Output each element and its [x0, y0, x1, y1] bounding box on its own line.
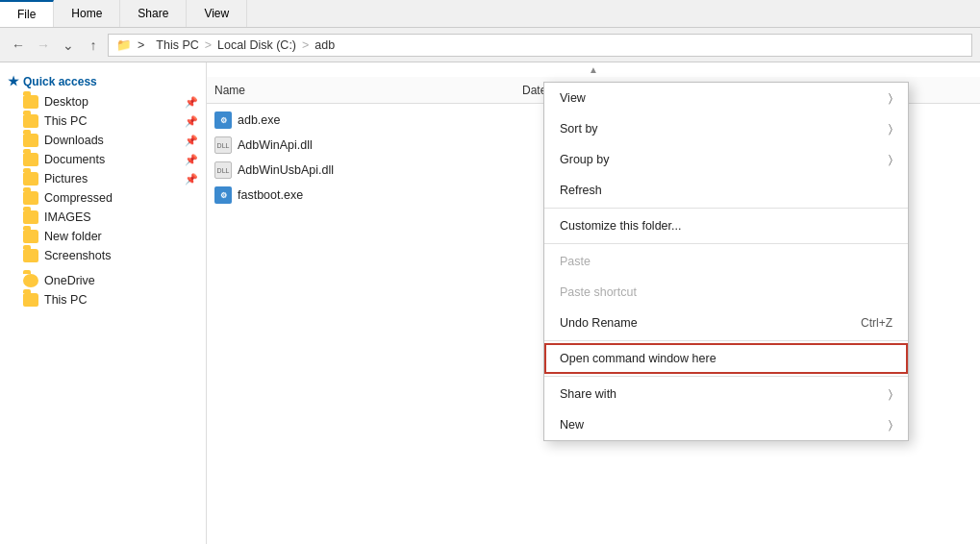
up-button[interactable]: ↑ [83, 35, 104, 56]
pin-icon: 📌 [185, 154, 198, 166]
tab-view[interactable]: View [187, 0, 247, 27]
scroll-up: ▲ [207, 62, 980, 77]
exe-icon: ⚙ [214, 186, 232, 204]
submenu-arrow-icon: 〉 [889, 153, 892, 166]
pin-icon: 📌 [185, 135, 198, 147]
ctx-new[interactable]: New 〉 [544, 409, 908, 440]
address-path[interactable]: 📁 > This PC > Local Disk (C:) > adb [108, 34, 972, 57]
thispc2-icon [23, 293, 38, 307]
sidebar-item-downloads[interactable]: Downloads 📌 [0, 131, 206, 150]
ctx-opencommand[interactable]: Open command window here [544, 343, 908, 374]
context-menu: View 〉 Sort by 〉 Group by 〉 Refresh Cust… [543, 82, 909, 441]
sidebar-item-thispc2[interactable]: This PC [0, 290, 206, 309]
ctx-sharewith[interactable]: Share with 〉 [544, 379, 908, 409]
sidebar-item-desktop[interactable]: Desktop 📌 [0, 92, 206, 111]
forward-button[interactable]: → [33, 35, 54, 56]
main-layout: ★ Quick access Desktop 📌 This PC 📌 Downl… [0, 62, 980, 544]
newfolder-icon [23, 230, 38, 243]
ctx-sortby[interactable]: Sort by 〉 [544, 113, 908, 144]
ctx-separator-4 [544, 376, 908, 377]
sidebar-item-screenshots[interactable]: Screenshots [0, 246, 206, 265]
pin-icon: 📌 [185, 115, 198, 128]
sidebar-item-pictures[interactable]: Pictures 📌 [0, 169, 206, 188]
onedrive-icon [23, 274, 38, 287]
ctx-customizefolder[interactable]: Customize this folder... [544, 210, 908, 241]
star-icon: ★ [8, 74, 19, 88]
documents-icon [23, 153, 38, 166]
ctx-pasteshortcut[interactable]: Paste shortcut [544, 277, 908, 308]
screenshots-icon [23, 249, 38, 262]
sidebar: ★ Quick access Desktop 📌 This PC 📌 Downl… [0, 62, 207, 544]
col-name-header[interactable]: Name [214, 84, 522, 97]
content-area: ▲ Name Date modified Type ⚙ adb.exe DLL … [207, 62, 980, 544]
exe-icon: ⚙ [214, 111, 232, 129]
compressed-icon [23, 191, 38, 205]
submenu-arrow-icon: 〉 [889, 91, 892, 105]
sidebar-item-documents[interactable]: Documents 📌 [0, 150, 206, 169]
sidebar-item-compressed[interactable]: Compressed [0, 188, 206, 208]
dll-icon: DLL [214, 161, 232, 179]
ctx-view[interactable]: View 〉 [544, 83, 908, 113]
desktop-icon [23, 95, 38, 109]
submenu-arrow-icon: 〉 [889, 122, 892, 136]
recent-locations-button[interactable]: ⌄ [58, 35, 79, 56]
images-icon [23, 210, 38, 224]
ctx-separator-2 [544, 243, 908, 244]
dll-icon: DLL [214, 136, 232, 154]
back-button[interactable]: ← [8, 35, 29, 56]
ctx-separator-1 [544, 208, 908, 209]
tab-file[interactable]: File [0, 0, 54, 27]
submenu-arrow-icon: 〉 [889, 387, 892, 401]
ctx-groupby[interactable]: Group by 〉 [544, 144, 908, 175]
sidebar-item-newfolder[interactable]: New folder [0, 227, 206, 246]
address-bar: ← → ⌄ ↑ 📁 > This PC > Local Disk (C:) > … [0, 28, 980, 62]
downloads-icon [23, 134, 38, 147]
tab-home[interactable]: Home [54, 0, 120, 27]
sidebar-item-images[interactable]: IMAGES [0, 208, 206, 227]
ribbon-tabs: File Home Share View [0, 0, 980, 27]
shortcut-label: Ctrl+Z [861, 316, 892, 330]
tab-share[interactable]: Share [120, 0, 187, 27]
submenu-arrow-icon: 〉 [889, 418, 892, 432]
ctx-refresh[interactable]: Refresh [544, 175, 908, 206]
ctx-undorename[interactable]: Undo Rename Ctrl+Z [544, 308, 908, 338]
thispc-icon [23, 114, 38, 128]
pin-icon: 📌 [185, 173, 198, 185]
ctx-paste[interactable]: Paste [544, 246, 908, 277]
pin-icon: 📌 [185, 96, 198, 109]
pictures-icon [23, 172, 38, 185]
ctx-separator-3 [544, 340, 908, 341]
quick-access-header[interactable]: ★ Quick access [0, 70, 206, 92]
ribbon: File Home Share View [0, 0, 980, 28]
sidebar-item-onedrive[interactable]: OneDrive [0, 271, 206, 290]
sidebar-item-thispc[interactable]: This PC 📌 [0, 111, 206, 131]
